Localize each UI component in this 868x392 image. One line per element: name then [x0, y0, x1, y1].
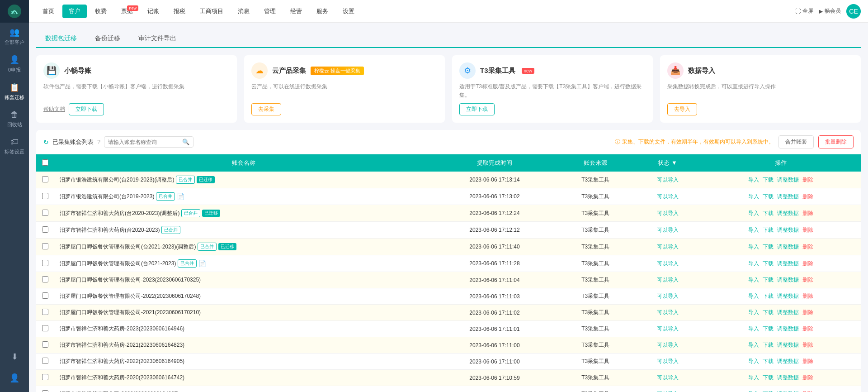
row-checkbox-5[interactable] [42, 260, 48, 266]
nav-message[interactable]: 消息 [231, 5, 256, 18]
action-删除[interactable]: 删除 [802, 358, 813, 364]
sidebar-item-recycle[interactable]: 🗑 回收站 [0, 105, 29, 133]
nav-settings[interactable]: 设置 [336, 5, 361, 18]
action-调整数据[interactable]: 调整数据 [777, 374, 799, 381]
action-调整数据[interactable]: 调整数据 [777, 325, 799, 332]
merge-btn[interactable]: 合并账套 [778, 135, 814, 148]
row-checkbox-11[interactable] [42, 358, 48, 364]
action-删除[interactable]: 删除 [802, 193, 813, 200]
action-导入[interactable]: 导入 [748, 293, 759, 299]
action-导入[interactable]: 导入 [748, 193, 759, 200]
action-调整数据[interactable]: 调整数据 [777, 342, 799, 348]
action-导入[interactable]: 导入 [748, 227, 759, 233]
action-导入[interactable]: 导入 [748, 325, 759, 332]
select-all-checkbox[interactable] [42, 159, 48, 166]
action-删除[interactable]: 删除 [802, 210, 813, 216]
card-download-btn-1[interactable]: 立即下载 [69, 103, 104, 115]
action-调整数据[interactable]: 调整数据 [777, 309, 799, 316]
sidebar-item-download[interactable]: ⬇ [0, 347, 29, 366]
action-删除[interactable]: 删除 [802, 244, 813, 250]
batch-delete-btn[interactable]: 批量删除 [818, 135, 854, 148]
action-导入[interactable]: 导入 [748, 177, 759, 183]
card-download-btn-3[interactable]: 立即下载 [459, 103, 495, 115]
nav-invoice[interactable]: 票据 new [115, 5, 139, 18]
action-调整数据[interactable]: 调整数据 [777, 260, 799, 267]
sidebar-item-account-migrate[interactable]: 📋 账套迁移 [0, 78, 29, 105]
nav-business[interactable]: 工商项目 [193, 5, 230, 18]
row-checkbox-13[interactable] [42, 390, 48, 392]
card-link-1[interactable]: 帮助文档 [43, 105, 65, 113]
sidebar-item-zero-report[interactable]: 👤 0申报 [0, 50, 29, 78]
nav-service[interactable]: 服务 [310, 5, 335, 18]
card-collect-btn[interactable]: 去采集 [251, 103, 281, 115]
action-导入[interactable]: 导入 [748, 244, 759, 250]
sidebar-item-tag-settings[interactable]: 🏷 标签设置 [0, 133, 29, 160]
avatar[interactable]: CE [846, 4, 861, 19]
fullscreen-btn[interactable]: ⛶ 全屏 [795, 7, 813, 15]
action-导入[interactable]: 导入 [748, 358, 759, 364]
action-下载[interactable]: 下载 [763, 277, 774, 283]
action-调整数据[interactable]: 调整数据 [777, 210, 799, 216]
nav-client[interactable]: 客户 [62, 5, 87, 18]
nav-account[interactable]: 记账 [141, 5, 165, 18]
row-checkbox-8[interactable] [42, 309, 48, 315]
nav-manage[interactable]: 管理 [258, 5, 282, 18]
row-checkbox-2[interactable] [42, 210, 48, 216]
nav-operation[interactable]: 经营 [284, 5, 308, 18]
action-删除[interactable]: 删除 [802, 374, 813, 381]
row-checkbox-9[interactable] [42, 325, 48, 331]
row-checkbox-10[interactable] [42, 341, 48, 348]
sidebar-item-all-clients[interactable]: 👥 全部客户 [0, 23, 29, 50]
action-导入[interactable]: 导入 [748, 210, 759, 216]
tab-audit-export[interactable]: 审计文件导出 [129, 30, 185, 48]
action-导入[interactable]: 导入 [748, 342, 759, 348]
action-删除[interactable]: 删除 [802, 342, 813, 348]
action-删除[interactable]: 删除 [802, 177, 813, 183]
action-导入[interactable]: 导入 [748, 374, 759, 381]
file-icon[interactable]: 📄 [198, 260, 206, 267]
row-checkbox-6[interactable] [42, 276, 48, 282]
action-导入[interactable]: 导入 [748, 260, 759, 267]
action-调整数据[interactable]: 调整数据 [777, 193, 799, 200]
action-下载[interactable]: 下载 [763, 309, 774, 316]
action-调整数据[interactable]: 调整数据 [777, 358, 799, 364]
refresh-icon[interactable]: ↻ [43, 139, 49, 146]
row-checkbox-7[interactable] [42, 292, 48, 299]
search-input[interactable] [108, 139, 180, 145]
action-调整数据[interactable]: 调整数据 [777, 277, 799, 283]
nav-home[interactable]: 首页 [36, 5, 61, 18]
action-下载[interactable]: 下载 [763, 177, 774, 183]
action-下载[interactable]: 下载 [763, 342, 774, 348]
nav-tax[interactable]: 报税 [167, 5, 192, 18]
action-删除[interactable]: 删除 [802, 309, 813, 316]
tab-backup-migrate[interactable]: 备份迁移 [86, 30, 129, 48]
row-checkbox-1[interactable] [42, 193, 48, 199]
action-调整数据[interactable]: 调整数据 [777, 227, 799, 233]
row-checkbox-12[interactable] [42, 374, 48, 380]
nav-billing[interactable]: 收费 [89, 5, 113, 18]
search-icon[interactable]: 🔍 [182, 139, 189, 145]
action-删除[interactable]: 删除 [802, 260, 813, 267]
sidebar-item-user[interactable]: 👤 [0, 368, 29, 387]
action-调整数据[interactable]: 调整数据 [777, 244, 799, 250]
tab-data-migrate[interactable]: 数据包迁移 [36, 30, 86, 48]
action-导入[interactable]: 导入 [748, 277, 759, 283]
action-导入[interactable]: 导入 [748, 309, 759, 316]
action-删除[interactable]: 删除 [802, 293, 813, 299]
row-checkbox-4[interactable] [42, 243, 48, 249]
row-checkbox-0[interactable] [42, 176, 48, 182]
action-下载[interactable]: 下载 [763, 293, 774, 299]
action-下载[interactable]: 下载 [763, 325, 774, 332]
action-下载[interactable]: 下载 [763, 374, 774, 381]
action-调整数据[interactable]: 调整数据 [777, 177, 799, 183]
action-下载[interactable]: 下载 [763, 210, 774, 216]
action-删除[interactable]: 删除 [802, 227, 813, 233]
row-checkbox-3[interactable] [42, 226, 48, 233]
action-删除[interactable]: 删除 [802, 277, 813, 283]
action-下载[interactable]: 下载 [763, 244, 774, 250]
action-下载[interactable]: 下载 [763, 193, 774, 200]
action-下载[interactable]: 下载 [763, 358, 774, 364]
action-调整数据[interactable]: 调整数据 [777, 293, 799, 299]
vip-btn[interactable]: ▶ 畅会员 [819, 7, 841, 15]
action-下载[interactable]: 下载 [763, 227, 774, 233]
